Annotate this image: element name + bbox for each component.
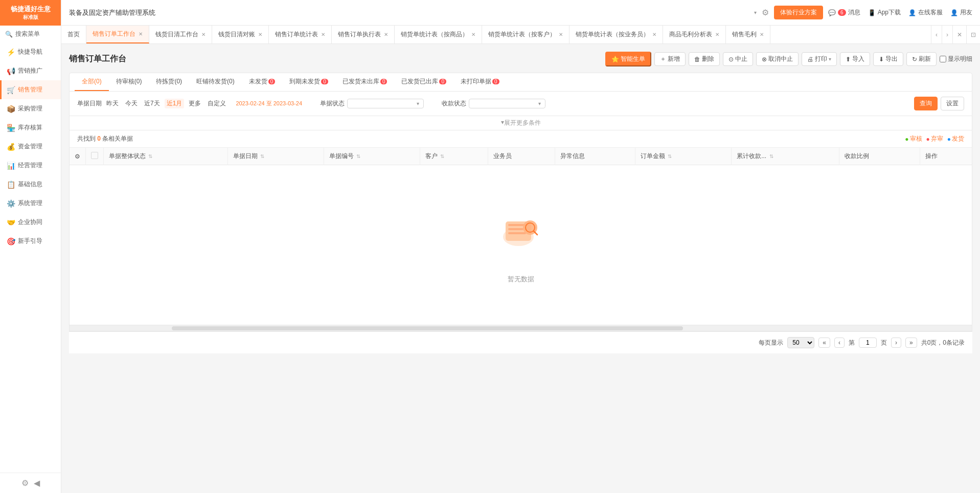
sub-tab-not-shipped[interactable]: 未发货0	[242, 73, 283, 91]
sidebar-item-finance[interactable]: 💰 资金管理	[0, 137, 61, 156]
date-option-yesterday[interactable]: 昨天	[104, 99, 121, 108]
page-title: 销售订单工作台	[69, 54, 126, 64]
tab-cash-daily-close[interactable]: ✕	[201, 32, 206, 37]
tab-sales-exec[interactable]: 销售订单执行表 ✕	[332, 26, 395, 43]
sub-tab-wangpu[interactable]: 旺铺待发货(0)	[189, 73, 242, 91]
tab-scroll-right[interactable]: ›	[942, 26, 952, 44]
sort-received-icon[interactable]: ⇅	[769, 153, 773, 159]
tab-sales-exec-close[interactable]: ✕	[384, 32, 388, 37]
sub-tab-not-printed[interactable]: 未打印单据0	[453, 73, 507, 91]
date-option-last7[interactable]: 近7天	[142, 99, 162, 108]
tab-sales-stat[interactable]: 销售订单统计表 ✕	[269, 26, 332, 43]
expand-more-btn[interactable]: ▾ 展开更多条件	[69, 116, 972, 130]
tab-cash-reconcile-close[interactable]: ✕	[258, 32, 262, 37]
app-download-item[interactable]: 📱 App下载	[868, 8, 901, 17]
prev-page-btn[interactable]: ‹	[834, 338, 845, 348]
sidebar-search[interactable]: 🔍 搜索菜单	[0, 26, 61, 42]
tab-cash-reconcile[interactable]: 钱货日清对账 ✕	[212, 26, 269, 43]
tab-summary-customer[interactable]: 销货单统计表（按客户） ✕	[482, 26, 569, 43]
payment-select[interactable]: ▾	[469, 99, 545, 108]
detail-checkbox-input[interactable]	[940, 56, 946, 62]
stop-button[interactable]: ⊙ 中止	[723, 52, 753, 66]
horizontal-scrollbar[interactable]	[69, 325, 972, 331]
tab-sales-profit-close[interactable]: ✕	[760, 32, 764, 37]
sub-tab-shipped-not-out[interactable]: 已发货未出库0	[335, 73, 395, 91]
collapse-icon[interactable]: ◀	[34, 478, 40, 488]
tab-sales-workbench[interactable]: 销售订单工作台 ✕	[86, 26, 149, 43]
date-option-today[interactable]: 今天	[123, 99, 140, 108]
query-button[interactable]: 查询	[914, 97, 938, 110]
export-button[interactable]: ⬇ 导出	[873, 52, 903, 66]
tab-scroll-left[interactable]: ‹	[931, 26, 942, 44]
show-detail-label: 显示明细	[948, 55, 972, 63]
last-page-btn[interactable]: »	[905, 338, 917, 348]
sort-customer-icon[interactable]: ⇅	[440, 153, 444, 159]
th-check[interactable]	[86, 148, 104, 165]
sort-status-icon[interactable]: ⇅	[148, 153, 152, 159]
add-button[interactable]: ＋ 新增	[654, 52, 686, 66]
action-ship[interactable]: ● 发货	[947, 135, 964, 143]
tab-summary-staff-close[interactable]: ✕	[652, 32, 656, 37]
tab-product-margin[interactable]: 商品毛利分析表 ✕	[663, 26, 726, 43]
tab-sales-workbench-close[interactable]: ✕	[139, 31, 143, 37]
smart-btn[interactable]: ⭐ 智能生单	[605, 52, 651, 66]
tab-summary-product-close[interactable]: ✕	[471, 32, 475, 37]
tab-expand[interactable]: ⊡	[966, 26, 980, 44]
sidebar-item-system[interactable]: ⚙️ 系统管理	[0, 194, 61, 213]
tab-summary-staff[interactable]: 销货单统计表（按业务员） ✕	[569, 26, 663, 43]
scrollbar-thumb[interactable]	[172, 326, 683, 330]
tab-summary-customer-close[interactable]: ✕	[559, 32, 563, 37]
date-option-more[interactable]: 更多	[187, 99, 203, 108]
delete-button[interactable]: 🗑 删除	[689, 52, 720, 66]
date-option-custom[interactable]: 自定义	[206, 99, 228, 108]
sort-date-icon[interactable]: ⇅	[260, 153, 264, 159]
tab-summary-product[interactable]: 销货单统计表（按商品） ✕	[395, 26, 482, 43]
tab-cash-daily[interactable]: 钱货日清工作台 ✕	[149, 26, 212, 43]
sub-tab-pending-inspect[interactable]: 待拣货(0)	[149, 73, 189, 91]
import-button[interactable]: ⬆ 导入	[840, 52, 870, 66]
sub-tab-bar: 全部(0) 待审核(0) 待拣货(0) 旺铺待发货(0) 未发货0 到期未发货0…	[69, 73, 972, 92]
sort-amount-icon[interactable]: ⇅	[668, 153, 672, 159]
sidebar-item-purchase[interactable]: 📦 采购管理	[0, 99, 61, 118]
sidebar-item-basic[interactable]: 📋 基础信息	[0, 175, 61, 194]
sidebar-item-enterprise[interactable]: 🤝 企业协同	[0, 213, 61, 232]
cancel-stop-button[interactable]: ⊗ 取消中止	[756, 52, 799, 66]
next-page-btn[interactable]: ›	[891, 338, 901, 348]
action-review[interactable]: ● 审核	[905, 135, 922, 143]
page-input[interactable]	[859, 338, 877, 348]
message-icon-item[interactable]: 💬 6 消息	[828, 8, 860, 17]
first-page-btn[interactable]: «	[818, 338, 830, 348]
sub-tab-overdue[interactable]: 到期未发货0	[282, 73, 335, 91]
sort-number-icon[interactable]: ⇅	[356, 153, 360, 159]
sidebar-item-inventory[interactable]: 🏪 库存核算	[0, 118, 61, 137]
tab-home[interactable]: 首页	[61, 26, 86, 43]
tab-close-all[interactable]: ✕	[952, 26, 966, 44]
online-service-item[interactable]: 👤 在线客服	[908, 8, 943, 17]
sidebar-item-operation[interactable]: 📊 经营管理	[0, 156, 61, 175]
settings-bottom-icon[interactable]: ⚙	[21, 478, 29, 488]
sidebar-item-sales[interactable]: 🛒 销售管理	[0, 80, 61, 99]
refresh-button[interactable]: ↻ 刷新	[906, 52, 937, 66]
th-settings[interactable]: ⚙	[70, 148, 86, 165]
tab-sales-stat-close[interactable]: ✕	[321, 32, 325, 37]
header-checkbox[interactable]	[91, 152, 98, 159]
sidebar-item-guide[interactable]: 🎯 新手引导	[0, 232, 61, 251]
settings-query-button[interactable]: 设置	[941, 97, 964, 110]
show-detail-checkbox[interactable]: 显示明细	[940, 55, 972, 63]
sub-tab-shipped-out[interactable]: 已发货已出库0	[394, 73, 453, 91]
sidebar-item-quicknav[interactable]: ⚡ 快捷导航	[0, 42, 61, 61]
experience-button[interactable]: 体验行业方案	[774, 6, 823, 19]
tab-sales-profit[interactable]: 销售毛利 ✕	[726, 26, 770, 43]
status-select[interactable]: ▾	[347, 99, 424, 108]
print-button[interactable]: 🖨 打印 ▾	[802, 52, 837, 66]
header-gear-icon[interactable]: ⚙	[762, 8, 769, 17]
page-size-select[interactable]: 50 10 20 100	[787, 337, 814, 348]
date-option-last1month[interactable]: 近1月	[165, 99, 185, 108]
sub-tab-all[interactable]: 全部(0)	[75, 73, 109, 91]
system-dropdown-icon[interactable]: ▾	[754, 10, 757, 15]
tab-product-margin-close[interactable]: ✕	[715, 32, 719, 37]
sub-tab-pending-review[interactable]: 待审核(0)	[109, 73, 149, 91]
sidebar-item-marketing[interactable]: 📢 营销推广	[0, 61, 61, 80]
user-item[interactable]: 👤 用友	[950, 8, 972, 17]
action-cancel[interactable]: ● 弃审	[926, 135, 943, 143]
